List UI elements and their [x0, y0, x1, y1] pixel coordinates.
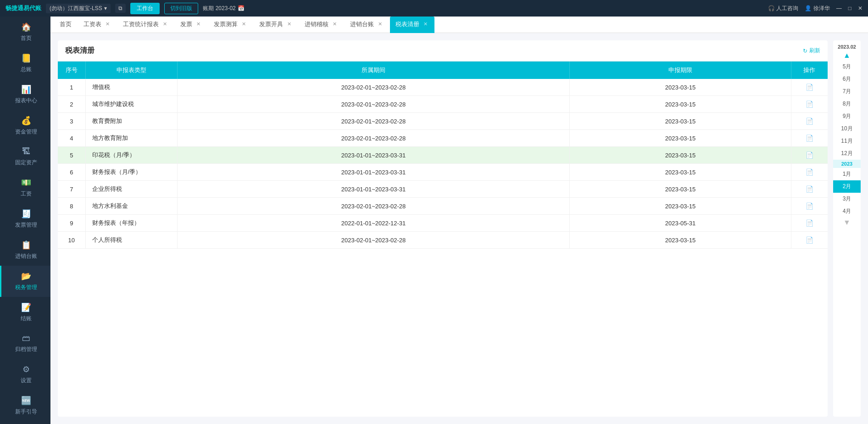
tab-salary-report-close[interactable]: ✕ [161, 21, 168, 28]
sidebar-item-tax[interactable]: 📂 税务管理 [0, 266, 50, 297]
tab-invoice-close[interactable]: ✕ [195, 21, 202, 28]
cal-month-7[interactable]: 7月 [833, 85, 861, 98]
cal-month-6[interactable]: 6月 [833, 73, 861, 85]
tab-purchase-ledger[interactable]: 进销台账 ✕ [345, 17, 389, 33]
ledger-icon: 📒 [21, 53, 31, 63]
cal-month-11[interactable]: 11月 [833, 135, 861, 147]
col-period: 所属期间 [177, 61, 570, 79]
view-action-icon[interactable]: 📄 [806, 134, 813, 142]
view-action-icon[interactable]: 📄 [806, 117, 813, 125]
sidebar-item-report[interactable]: 📊 报表中心 [0, 79, 50, 110]
view-action-icon[interactable]: 📄 [806, 84, 813, 91]
tab-salary-table-close[interactable]: ✕ [104, 21, 111, 28]
tab-invoice-open-close[interactable]: ✕ [286, 21, 293, 28]
sidebar-item-guide[interactable]: 🆕 新手引导 [0, 390, 50, 421]
tax-icon: 📂 [21, 271, 31, 281]
sidebar-item-salary[interactable]: 💵 工资 [0, 172, 50, 203]
cell-period: 2023-01-01~2023-03-31 [177, 164, 570, 181]
tab-invoice-calc-close[interactable]: ✕ [240, 21, 247, 28]
switch-old-button[interactable]: 切到旧版 [164, 3, 198, 14]
tax-table: 序号 申报表类型 所属期间 申报期限 操作 1 增值税 2023-02-01~2… [58, 61, 828, 249]
tab-purchase-ledger-label: 进销台账 [350, 20, 374, 28]
view-action-icon[interactable]: 📄 [806, 202, 813, 210]
calendar-year-label: 2023.02 [838, 42, 856, 50]
sidebar-label-settings: 设置 [21, 377, 32, 385]
sidebar-item-invoice[interactable]: 🧾 发票管理 [0, 203, 50, 234]
window-minimize-icon[interactable]: — [836, 5, 842, 11]
cal-month-12[interactable]: 12月 [833, 147, 861, 160]
cell-action: 📄 [791, 198, 828, 215]
view-action-icon[interactable]: 📄 [806, 100, 813, 108]
cell-type: 城市维护建设税 [85, 96, 177, 113]
cell-deadline: 2023-05-31 [570, 215, 791, 232]
tab-salary-report-label: 工资统计报表 [123, 20, 159, 28]
content-area: 首页 工资表 ✕ 工资统计报表 ✕ 发票 ✕ 发票测算 ✕ 发票开具 ✕ [50, 17, 868, 424]
sidebar-label-invoice: 发票管理 [15, 221, 37, 229]
tab-purchase-verify-close[interactable]: ✕ [331, 21, 338, 28]
sidebar-item-home[interactable]: 🏠 首页 [0, 17, 50, 48]
cal-month-2-active[interactable]: 2月 [833, 180, 861, 193]
cal-month-8[interactable]: 8月 [833, 98, 861, 110]
sidebar-item-fund[interactable]: 💰 资金管理 [0, 110, 50, 141]
cell-deadline: 2023-03-15 [570, 232, 791, 249]
support-link[interactable]: 🎧 人工咨询 [768, 5, 798, 12]
sidebar-item-member[interactable]: 👑 畅会员 [0, 421, 50, 424]
tab-tax-list[interactable]: 税表清册 ✕ [390, 17, 434, 33]
cal-month-9[interactable]: 9月 [833, 110, 861, 123]
top-bar: 畅捷通易代账 (勿动）江西服宝-LSS ▾ ⧉ 工作台 切到旧版 账期 2023… [0, 0, 868, 17]
cell-action: 📄 [791, 215, 828, 232]
cell-action: 📄 [791, 130, 828, 147]
window-close-icon[interactable]: ✕ [858, 5, 862, 11]
sidebar-item-settings[interactable]: ⚙ 设置 [0, 359, 50, 390]
cal-month-5[interactable]: 5月 [833, 61, 861, 73]
sidebar-item-reconcile[interactable]: 📋 进销台账 [0, 234, 50, 266]
cal-month-3[interactable]: 3月 [833, 193, 861, 205]
tab-salary-report[interactable]: 工资统计报表 ✕ [117, 17, 174, 33]
view-action-icon[interactable]: 📄 [806, 185, 813, 193]
cell-type: 增值税 [85, 79, 177, 96]
cal-month-10[interactable]: 10月 [833, 123, 861, 135]
cell-no: 7 [58, 181, 85, 198]
refresh-button[interactable]: ↻ 刷新 [803, 47, 820, 55]
cal-month-4[interactable]: 4月 [833, 205, 861, 218]
table-row: 8 地方水利基金 2023-02-01~2023-02-28 2023-03-1… [58, 198, 828, 215]
user-menu[interactable]: 👤 徐泽华 [805, 5, 829, 12]
view-action-icon[interactable]: 📄 [806, 219, 813, 227]
copy-icon-btn[interactable]: ⧉ [115, 4, 126, 13]
cal-month-1[interactable]: 1月 [833, 168, 861, 180]
view-action-icon[interactable]: 📄 [806, 236, 813, 244]
col-no: 序号 [58, 61, 85, 79]
cell-period: 2023-01-01~2023-03-31 [177, 147, 570, 164]
sidebar-item-settle[interactable]: 📝 结账 [0, 297, 50, 328]
tab-invoice-calc[interactable]: 发票测算 ✕ [208, 17, 253, 33]
tab-invoice[interactable]: 发票 ✕ [175, 17, 207, 33]
tab-invoice-open[interactable]: 发票开具 ✕ [254, 17, 298, 33]
tab-invoice-label: 发票 [180, 20, 192, 28]
company-selector[interactable]: (勿动）江西服宝-LSS ▾ [46, 4, 111, 13]
cell-no: 3 [58, 113, 85, 130]
tab-home[interactable]: 首页 [54, 17, 77, 33]
tab-salary-table[interactable]: 工资表 ✕ [78, 17, 117, 33]
cell-period: 2023-01-01~2023-03-31 [177, 181, 570, 198]
window-maximize-icon[interactable]: □ [848, 5, 851, 11]
tab-invoice-calc-label: 发票测算 [214, 20, 238, 28]
cell-no: 6 [58, 164, 85, 181]
workbench-button[interactable]: 工作台 [130, 3, 160, 14]
sidebar-item-ledger[interactable]: 📒 总账 [0, 48, 50, 79]
calendar-down-btn[interactable]: ▼ [842, 218, 851, 228]
view-action-icon[interactable]: 📄 [806, 151, 813, 159]
sidebar-item-archive[interactable]: 🗃 归档管理 [0, 328, 50, 359]
table-row: 7 企业所得税 2023-01-01~2023-03-31 2023-03-15… [58, 181, 828, 198]
calendar-up-btn[interactable]: ▲ [842, 50, 851, 61]
tab-tax-list-close[interactable]: ✕ [422, 21, 429, 28]
tab-purchase-ledger-close[interactable]: ✕ [377, 21, 384, 28]
cell-period: 2023-02-01~2023-02-28 [177, 232, 570, 249]
sidebar: 🏠 首页 📒 总账 📊 报表中心 💰 资金管理 🏗 固定资产 💵 工资 🧾 发票… [0, 17, 50, 424]
tab-purchase-verify[interactable]: 进销稽核 ✕ [299, 17, 344, 33]
sidebar-item-asset[interactable]: 🏗 固定资产 [0, 141, 50, 172]
view-action-icon[interactable]: 📄 [806, 168, 813, 176]
chevron-down-icon: ▾ [104, 5, 107, 11]
sidebar-label-reconcile: 进销台账 [15, 252, 37, 260]
calendar-icon[interactable]: 📅 [238, 5, 245, 11]
table-header-row: 序号 申报表类型 所属期间 申报期限 操作 [58, 61, 828, 79]
